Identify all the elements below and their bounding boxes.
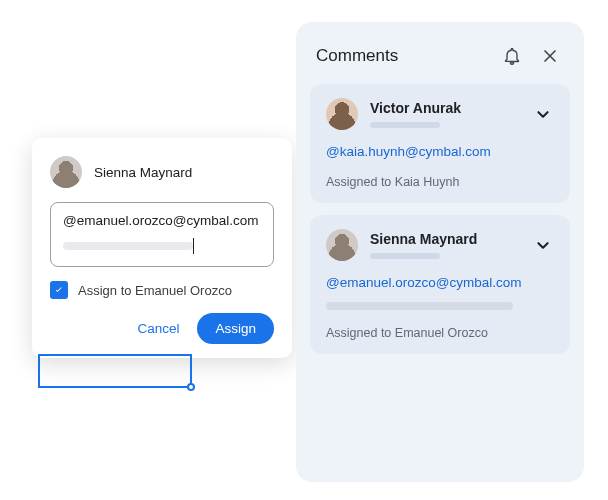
notifications-button[interactable] (498, 42, 526, 70)
comments-panel: Comments Victor Anurak @kaia.huynh@cymba… (296, 22, 584, 482)
avatar (326, 98, 358, 130)
timestamp-placeholder (370, 122, 440, 128)
compose-author-name: Sienna Maynard (94, 165, 192, 180)
close-icon (540, 46, 560, 66)
close-button[interactable] (536, 42, 564, 70)
comment-mention[interactable]: @emanuel.orozco@cymbal.com (326, 275, 554, 290)
text-placeholder-bar (63, 242, 193, 250)
comment-author-name: Sienna Maynard (370, 231, 520, 247)
bell-icon (502, 46, 522, 66)
assign-label: Assign to Emanuel Orozco (78, 283, 232, 298)
selection-frame[interactable] (38, 354, 192, 388)
assign-button[interactable]: Assign (197, 313, 274, 344)
body-placeholder-bar (326, 302, 513, 310)
compose-comment-card: Sienna Maynard @emanuel.orozco@cymbal.co… (32, 138, 292, 358)
timestamp-placeholder (370, 253, 440, 259)
comments-panel-title: Comments (316, 46, 488, 66)
comment-meta: Sienna Maynard (370, 231, 520, 259)
cancel-button[interactable]: Cancel (127, 313, 189, 344)
comment-assigned-to: Assigned to Kaia Huynh (326, 175, 554, 189)
expand-button[interactable] (532, 103, 554, 125)
comment-card[interactable]: Victor Anurak @kaia.huynh@cymbal.com Ass… (310, 84, 570, 203)
comment-author-name: Victor Anurak (370, 100, 520, 116)
comment-card[interactable]: Sienna Maynard @emanuel.orozco@cymbal.co… (310, 215, 570, 354)
comment-head: Sienna Maynard (326, 229, 554, 261)
compose-header: Sienna Maynard (50, 156, 274, 188)
avatar (326, 229, 358, 261)
chevron-down-icon (532, 103, 554, 125)
comment-head: Victor Anurak (326, 98, 554, 130)
avatar (50, 156, 82, 188)
text-caret (193, 238, 194, 254)
comment-input[interactable]: @emanuel.orozco@cymbal.com (50, 202, 274, 267)
comments-panel-header: Comments (310, 38, 570, 84)
comment-meta: Victor Anurak (370, 100, 520, 128)
resize-handle-br[interactable] (187, 383, 195, 391)
comment-mention[interactable]: @kaia.huynh@cymbal.com (326, 144, 554, 159)
assign-row: Assign to Emanuel Orozco (50, 281, 274, 299)
compose-actions: Cancel Assign (50, 313, 274, 344)
comment-assigned-to: Assigned to Emanuel Orozco (326, 326, 554, 340)
expand-button[interactable] (532, 234, 554, 256)
check-icon (53, 284, 65, 296)
assign-checkbox[interactable] (50, 281, 68, 299)
chevron-down-icon (532, 234, 554, 256)
comment-input-mention: @emanuel.orozco@cymbal.com (63, 213, 261, 228)
